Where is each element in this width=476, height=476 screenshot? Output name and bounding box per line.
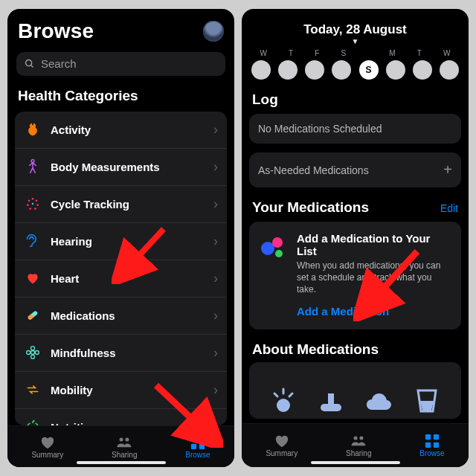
add-medication-sub: When you add medications, you can set a … (297, 260, 452, 296)
svg-point-16 (27, 351, 30, 355)
category-row-hearing[interactable]: Hearing › (15, 223, 227, 260)
category-row-nutrition[interactable]: Nutrition › (15, 409, 227, 425)
svg-point-17 (35, 351, 39, 355)
category-label: Body Measurements (51, 161, 205, 173)
day-dot-selected[interactable]: S (359, 60, 379, 80)
tab-summary[interactable]: Summary (31, 435, 63, 459)
as-needed-medications-row[interactable]: As-Needed Medications + (249, 152, 461, 187)
svg-rect-20 (191, 436, 196, 441)
date-header: Today, 28 August ▼ (242, 9, 469, 48)
hearing-icon (24, 232, 42, 250)
weekday: W (443, 49, 450, 57)
tab-label: Summary (266, 449, 298, 457)
chevron-right-icon: › (213, 271, 218, 286)
category-label: Mindfulness (51, 347, 205, 359)
svg-point-8 (27, 205, 29, 207)
triangle-indicator-icon: ▼ (242, 39, 469, 45)
profile-avatar[interactable] (203, 21, 224, 42)
day-dot[interactable] (251, 60, 271, 80)
as-needed-label: As-Needed Medications (258, 164, 369, 176)
day-dots-row[interactable]: S (242, 59, 469, 87)
about-medications-card[interactable] (249, 362, 461, 419)
search-field[interactable]: Search (16, 52, 225, 76)
body-icon (24, 158, 42, 176)
svg-rect-36 (434, 434, 439, 440)
section-title-your-medications: Your Medications (252, 199, 369, 216)
page-title: Browse (18, 19, 94, 43)
svg-point-6 (34, 208, 36, 210)
chevron-right-icon: › (213, 345, 218, 361)
svg-rect-22 (191, 444, 196, 449)
svg-line-30 (289, 393, 292, 396)
tab-browse[interactable]: Browse (185, 435, 210, 459)
category-label: Medications (51, 309, 205, 322)
svg-rect-37 (425, 443, 431, 448)
health-categories-list: Activity › Body Measurements › Cycle Tra… (15, 112, 227, 425)
svg-point-15 (31, 356, 35, 359)
category-label: Hearing (51, 235, 205, 248)
tab-label: Sharing (112, 451, 137, 459)
mindfulness-icon (24, 344, 42, 361)
add-a-medication-link[interactable]: Add a Medication (297, 305, 452, 318)
svg-point-27 (277, 399, 290, 412)
chevron-right-icon: › (213, 159, 218, 175)
pill-shape-icon (316, 385, 346, 414)
day-dot[interactable] (305, 60, 324, 80)
svg-rect-35 (425, 434, 431, 440)
heart-icon (24, 269, 42, 287)
svg-point-9 (28, 200, 30, 202)
day-dot[interactable] (386, 60, 405, 80)
section-title-log: Log (242, 87, 469, 109)
browse-header: Browse (7, 9, 234, 49)
activity-icon (24, 120, 42, 138)
svg-point-26 (275, 250, 283, 257)
home-indicator[interactable] (311, 461, 400, 464)
nutrition-icon (24, 418, 42, 425)
tab-browse[interactable]: Browse (419, 434, 444, 457)
category-row-activity[interactable]: Activity › (15, 112, 227, 149)
svg-rect-32 (328, 393, 334, 405)
svg-rect-38 (434, 443, 439, 448)
category-label: Activity (51, 123, 205, 136)
no-medications-card: No Medications Scheduled (249, 114, 461, 144)
section-title-about-medications: About Medications (242, 335, 469, 359)
svg-point-14 (31, 347, 35, 350)
svg-line-29 (274, 393, 277, 396)
day-dot[interactable] (413, 60, 432, 80)
weekday: F (315, 49, 319, 57)
svg-rect-21 (199, 436, 205, 441)
svg-point-33 (354, 437, 358, 440)
svg-rect-23 (199, 444, 205, 449)
add-medication-title: Add a Medication to Your List (297, 232, 452, 257)
category-row-body-measurements[interactable]: Body Measurements › (15, 149, 227, 186)
category-label: Mobility (51, 384, 205, 396)
svg-point-18 (120, 437, 123, 441)
search-placeholder: Search (41, 57, 77, 70)
weekday: W (260, 49, 267, 57)
chevron-right-icon: › (213, 234, 218, 249)
day-dot[interactable] (332, 60, 351, 80)
svg-point-4 (36, 200, 38, 202)
edit-button[interactable]: Edit (440, 202, 458, 214)
svg-point-2 (31, 160, 34, 163)
tab-sharing[interactable]: Sharing (346, 434, 371, 457)
home-indicator[interactable] (77, 461, 166, 464)
chevron-right-icon: › (213, 382, 218, 398)
svg-point-7 (29, 208, 31, 210)
category-row-mindfulness[interactable]: Mindfulness › (15, 335, 227, 372)
category-row-cycle-tracking[interactable]: Cycle Tracking › (15, 186, 227, 223)
tab-sharing[interactable]: Sharing (112, 435, 137, 459)
pill-icon (24, 306, 42, 324)
category-row-heart[interactable]: Heart › (15, 260, 227, 298)
svg-point-25 (272, 237, 283, 248)
day-dot[interactable] (278, 60, 298, 80)
category-row-medications[interactable]: Medications › (15, 298, 227, 335)
category-row-mobility[interactable]: Mobility › (15, 372, 227, 409)
heart-tab-icon (274, 434, 290, 448)
svg-point-13 (31, 351, 35, 355)
svg-point-5 (36, 205, 39, 207)
tab-label: Browse (185, 451, 210, 459)
tab-summary[interactable]: Summary (266, 434, 298, 457)
day-dot[interactable] (440, 60, 459, 80)
svg-point-19 (126, 437, 129, 441)
